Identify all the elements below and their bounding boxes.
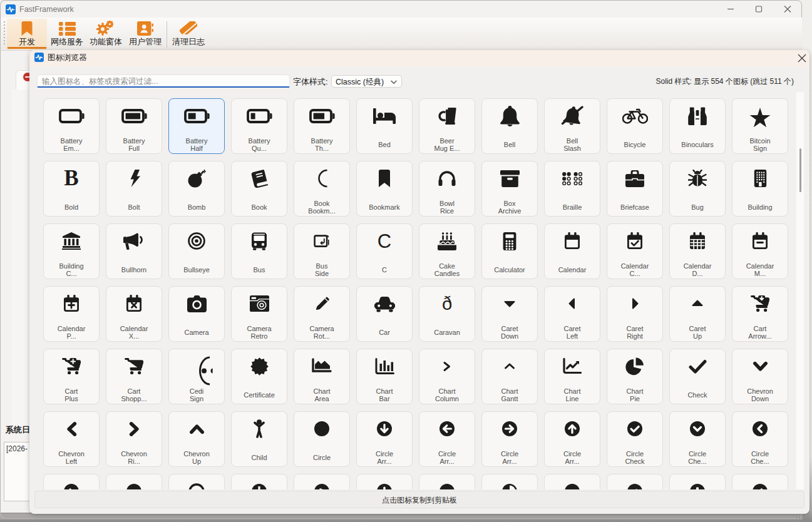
svg-text:B: B: [64, 169, 78, 188]
svg-text:C: C: [378, 231, 391, 251]
svg-text:ð: ð: [442, 294, 452, 313]
